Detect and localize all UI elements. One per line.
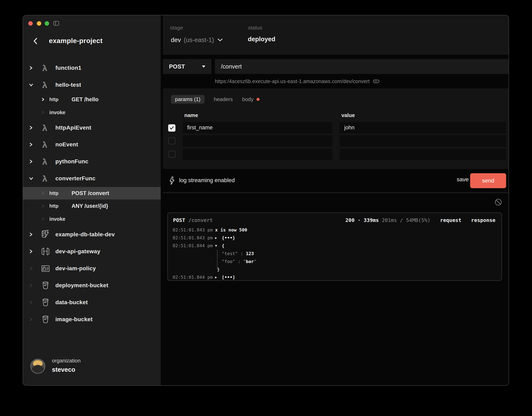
sidebar-item-hello-test[interactable]: λ hello-test	[23, 78, 161, 91]
chevron-right-icon[interactable]	[29, 160, 33, 163]
chevron-right-icon[interactable]	[29, 233, 33, 236]
json-quote: "	[243, 259, 246, 264]
sidebar-item-iam-policy[interactable]: dev-iam-policy	[23, 262, 161, 275]
sidebar-item-db-table[interactable]: example-db-table-dev	[23, 228, 161, 241]
sidebar-item-label: httpApiEvent	[55, 124, 91, 131]
sidebar-item-any-user-id[interactable]: http ANY /user/{id}	[23, 199, 161, 212]
sidebar-item-invoke[interactable]: invoke	[23, 212, 161, 225]
chevron-right-icon[interactable]	[29, 250, 33, 253]
sidebar-item-function1[interactable]: λ function1	[23, 61, 161, 74]
chevron-down-icon	[218, 39, 223, 41]
request-link[interactable]: request	[440, 217, 461, 223]
stage-value: dev	[171, 36, 181, 44]
param-checkbox-checked[interactable]	[168, 124, 175, 132]
close-traffic-light[interactable]	[28, 21, 33, 26]
param-checkbox[interactable]	[168, 151, 175, 158]
s3-bucket-icon	[41, 281, 50, 290]
sidebar-item-label: example-db-table-dev	[55, 231, 115, 238]
link-icon[interactable]	[373, 80, 380, 83]
request-tabs: params (1) headers body	[171, 95, 259, 104]
sidebar-item-post-convert[interactable]: http POST /convert	[23, 187, 161, 199]
sidebar-item-label: hello-test	[55, 82, 81, 88]
chevron-down-icon[interactable]	[29, 177, 33, 180]
param-value-input[interactable]	[340, 135, 506, 147]
sidebar-item-httpapievent[interactable]: λ httpApiEvent	[23, 121, 161, 134]
minimize-traffic-light[interactable]	[37, 21, 41, 26]
param-name-input[interactable]	[183, 122, 332, 133]
tab-body-label: body	[242, 96, 254, 103]
json-separator: :	[238, 251, 246, 256]
lambda-icon: λ	[41, 123, 50, 132]
route-label: POST /convert	[72, 190, 109, 197]
chevron-right-icon[interactable]	[29, 143, 33, 146]
stage-label: stage	[170, 25, 183, 31]
json-separator: :	[235, 259, 243, 264]
route-label: GET /hello	[72, 96, 99, 103]
response-link[interactable]: response	[471, 217, 495, 223]
collapsed-object[interactable]: {•••}	[222, 235, 235, 240]
json-value: bar	[246, 259, 254, 264]
chevron-right-icon[interactable]	[42, 98, 45, 101]
sidebar-item-data-bucket[interactable]: data-bucket	[23, 296, 161, 309]
chevron-right-icon	[29, 318, 33, 321]
chevron-right-icon	[42, 217, 45, 220]
sidebar-item-image-bucket[interactable]: image-bucket	[23, 313, 161, 326]
chevron-right-icon[interactable]	[42, 192, 45, 195]
response-header: POST /convert 200 · 339ms 201ms / 54MB(5…	[168, 213, 502, 223]
log-line: 02:51:01.843 pm x is now 500	[168, 226, 502, 234]
svg-text:λ: λ	[42, 81, 47, 90]
sidebar-item-invoke[interactable]: invoke	[23, 106, 161, 119]
name-column-header: name	[184, 112, 198, 118]
sidebar-item-api-gateway[interactable]: </> dev-api-gateway	[23, 245, 161, 258]
sidebar-item-label: function1	[55, 65, 81, 71]
sidebar-item-pythonfunc[interactable]: λ pythonFunc	[23, 155, 161, 168]
svg-text:λ: λ	[42, 140, 47, 149]
path-input-wrap	[215, 59, 509, 74]
param-name-input[interactable]	[183, 135, 332, 147]
api-gateway-icon: </>	[41, 247, 50, 256]
param-checkbox[interactable]	[168, 137, 175, 144]
sidebar-item-converterfunc[interactable]: λ converterFunc	[23, 172, 161, 185]
log-message: x is now 500	[215, 227, 247, 232]
param-value-input[interactable]	[340, 149, 506, 160]
chevron-down-icon[interactable]	[29, 83, 33, 87]
sidebar-item-label: dev-api-gateway	[55, 248, 100, 255]
param-name-input[interactable]	[183, 149, 332, 160]
status-value: deployed	[248, 36, 275, 43]
param-value-input[interactable]	[340, 122, 506, 133]
back-chevron-icon[interactable]	[33, 38, 38, 45]
stage-selector[interactable]: dev (us-east-1)	[171, 36, 223, 44]
lambda-icon: λ	[41, 63, 50, 73]
sidebar-item-label: noEvent	[55, 141, 78, 148]
panel-divider[interactable]	[163, 192, 509, 193]
maximize-traffic-light[interactable]	[45, 21, 49, 26]
stage-region: (us-east-1)	[184, 36, 214, 44]
avatar[interactable]	[30, 359, 45, 374]
lambda-icon: λ	[41, 80, 50, 90]
path-input[interactable]	[215, 59, 509, 74]
expand-triangle-icon[interactable]: ▶	[215, 236, 222, 240]
expand-triangle-icon[interactable]: ▶	[215, 275, 222, 279]
sidebar-toggle-icon[interactable]	[53, 21, 59, 26]
sidebar-item-get-hello[interactable]: http GET /hello	[23, 93, 161, 106]
dynamodb-icon	[41, 230, 50, 239]
collapse-triangle-icon[interactable]: ▼	[215, 244, 222, 248]
method-dropdown[interactable]: POST	[163, 59, 211, 74]
tab-params[interactable]: params (1)	[171, 95, 205, 104]
tab-headers[interactable]: headers	[214, 96, 233, 103]
lambda-icon: λ	[41, 140, 50, 149]
chevron-right-icon[interactable]	[29, 126, 33, 130]
iam-policy-icon	[41, 264, 50, 273]
sidebar-item-deployment-bucket[interactable]: deployment-bucket	[23, 279, 161, 292]
sidebar-item-noevent[interactable]: λ noEvent	[23, 138, 161, 151]
clear-logs-icon[interactable]	[494, 198, 502, 206]
tab-body[interactable]: body	[242, 96, 259, 103]
send-button[interactable]: send	[470, 173, 506, 188]
chevron-right-icon	[29, 267, 33, 270]
organization-switcher[interactable]: organization steveco	[30, 359, 127, 374]
chevron-right-icon[interactable]	[29, 66, 33, 70]
collapsed-array[interactable]: [•••]	[222, 275, 235, 280]
svg-text:λ: λ	[42, 174, 47, 183]
log-timestamp: 02:51:01.844 pm	[173, 243, 213, 248]
log-timestamp: 02:51:01.843 pm	[173, 235, 213, 240]
